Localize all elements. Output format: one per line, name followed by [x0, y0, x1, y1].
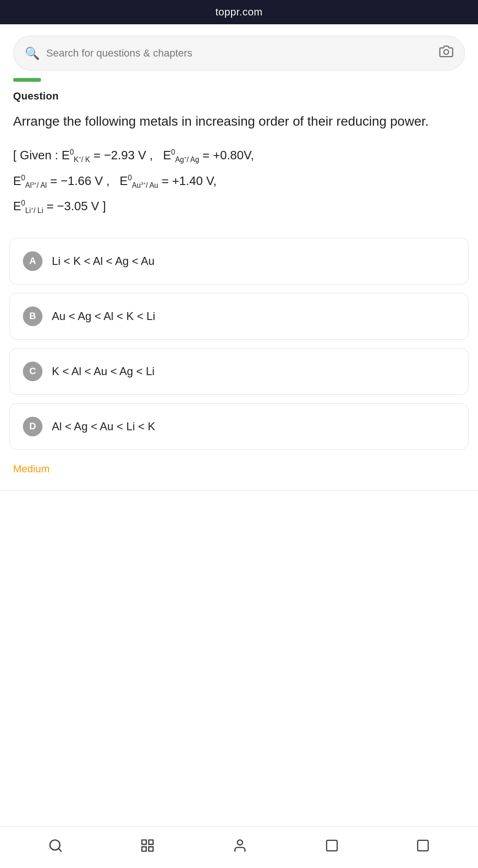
given-line-3: E0Li+/ Li = −3.05 V ]: [13, 193, 465, 219]
given-line-2: E0Al3+/ Al = −1.66 V , E0Au3+/ Au = +1.4…: [13, 168, 465, 194]
nav-grid2[interactable]: [416, 839, 430, 856]
svg-line-2: [58, 848, 61, 851]
svg-rect-5: [142, 847, 146, 851]
options-container: A Li < K < Al < Ag < Au B Au < Ag < Al <…: [0, 234, 478, 461]
question-text: Arrange the following metals in increasi…: [13, 112, 465, 131]
option-b[interactable]: B Au < Ag < Al < K < Li: [9, 293, 469, 340]
question-label: Question: [13, 90, 59, 102]
search-bar[interactable]: 🔍: [13, 36, 465, 71]
grid2-nav-icon: [416, 839, 430, 856]
search-input[interactable]: [46, 47, 433, 59]
bottom-nav: [0, 826, 478, 868]
svg-rect-6: [149, 847, 153, 851]
search-nav-icon: [48, 838, 63, 857]
option-a-text: Li < K < Al < Ag < Au: [52, 255, 155, 268]
option-d[interactable]: D Al < Ag < Au < Li < K: [9, 403, 469, 450]
bookmark-nav-icon: [140, 838, 155, 857]
option-c-label: C: [23, 362, 42, 381]
option-d-text: Al < Ag < Au < Li < K: [52, 420, 155, 433]
svg-rect-9: [418, 840, 429, 851]
option-d-label: D: [23, 417, 42, 436]
grid1-nav-icon: [325, 839, 339, 856]
question-body: Arrange the following metals in increasi…: [0, 104, 478, 234]
divider: [0, 490, 478, 491]
question-label-row: Question: [0, 82, 478, 104]
svg-point-7: [238, 840, 243, 845]
search-container: 🔍: [0, 24, 478, 78]
option-c-text: K < Al < Au < Ag < Li: [52, 365, 155, 378]
app-title: toppr.com: [215, 6, 262, 18]
nav-profile[interactable]: [232, 838, 247, 857]
option-c[interactable]: C K < Al < Au < Ag < Li: [9, 348, 469, 395]
top-bar: toppr.com: [0, 0, 478, 24]
option-b-text: Au < Ag < Al < K < Li: [52, 310, 155, 323]
option-a[interactable]: A Li < K < Al < Ag < Au: [9, 238, 469, 285]
nav-search[interactable]: [48, 838, 63, 857]
nav-bookmark[interactable]: [140, 838, 155, 857]
given-line-1: [ Given : E0K+/ K = −2.93 V , E0Ag+/ Ag …: [13, 142, 465, 168]
svg-rect-3: [142, 840, 146, 844]
svg-rect-4: [149, 840, 153, 844]
difficulty-row: Medium: [0, 461, 478, 490]
given-block: [ Given : E0K+/ K = −2.93 V , E0Ag+/ Ag …: [13, 142, 465, 219]
profile-nav-icon: [232, 838, 247, 857]
question-strip: [13, 78, 41, 82]
search-icon: 🔍: [25, 47, 40, 59]
svg-point-0: [444, 50, 449, 54]
camera-icon[interactable]: [439, 44, 453, 62]
option-a-label: A: [23, 251, 42, 271]
svg-rect-8: [326, 840, 337, 851]
option-b-label: B: [23, 306, 42, 326]
difficulty-label: Medium: [13, 463, 49, 475]
nav-grid1[interactable]: [325, 839, 339, 856]
